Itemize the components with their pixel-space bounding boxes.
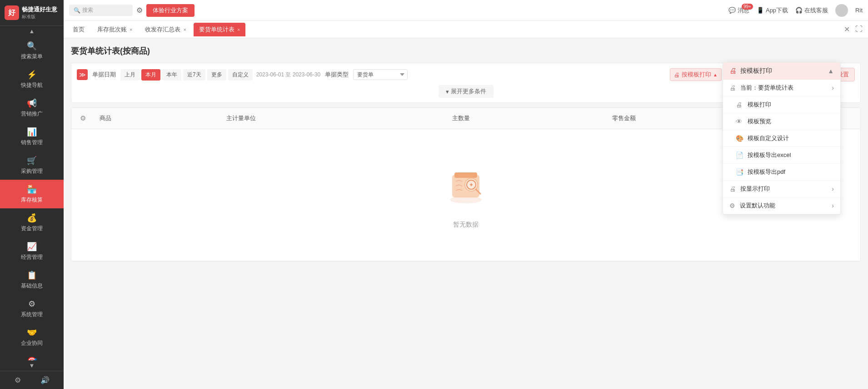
print-chevron: ▲ (713, 72, 718, 77)
display-print-icon: 🖨 (729, 185, 736, 192)
sidebar-item-inventory[interactable]: 🏪 库存核算 (0, 180, 64, 208)
export-pdf-label: 按模板导出pdf (748, 168, 785, 176)
user-avatar[interactable] (835, 4, 848, 17)
system-icon: ⚙ (28, 299, 35, 309)
topbar-gear-icon[interactable]: ⚙ (136, 6, 143, 15)
sidebar-item-new-guide[interactable]: 🎯 新手引导 (0, 352, 64, 360)
tab-label: 库存批次账 (97, 25, 127, 34)
sidebar-item-quick-nav[interactable]: ⚡ 快捷导航 (0, 65, 64, 94)
finance-icon: 💰 (27, 213, 37, 223)
expand-more-label: 展开更多条件 (451, 87, 486, 96)
filter-expand-btn[interactable]: ≫ (77, 69, 88, 80)
dropdown-display-print[interactable]: 🖨 按显示打印 › (723, 181, 840, 197)
expand-down-icon: ▾ (446, 88, 449, 95)
set-default-label: 设置默认功能 (740, 202, 775, 210)
sidebar-item-label: 采购管理 (21, 167, 43, 175)
tab-bar: 首页 库存批次账 × 收发存汇总表 × 要货单统计表 × ✕ ⛶ (64, 21, 868, 38)
app-download-label: App下载 (766, 6, 788, 15)
current-template-icon: 🖨 (729, 84, 736, 91)
sales-icon: 📊 (27, 127, 37, 137)
set-default-chevron: › (832, 202, 834, 209)
app-download-icon: 📱 (757, 7, 764, 14)
dropdown-header[interactable]: 🖨 按模板打印 ▲ (723, 62, 840, 80)
tab-order-stats[interactable]: 要货单统计表 × (194, 23, 245, 36)
dropdown-template-preview[interactable]: 👁 模板预览 (723, 113, 840, 130)
date-year-btn[interactable]: 本年 (162, 69, 181, 81)
online-service-icon: 🎧 (795, 7, 803, 14)
message-btn[interactable]: 💬 消息 99+ (728, 6, 749, 15)
tab-home[interactable]: 首页 (67, 23, 90, 36)
dropdown-close-chevron[interactable]: ▲ (828, 67, 834, 75)
tab-close-window-btn[interactable]: ✕ (842, 24, 852, 35)
sidebar-item-cooperation[interactable]: 🤝 企业协同 (0, 323, 64, 352)
sidebar-item-system[interactable]: ⚙ 系统管理 (0, 294, 64, 323)
search-placeholder: 搜索 (82, 6, 93, 14)
app-edition: 标准版 (22, 14, 57, 20)
dropdown-template-design[interactable]: 🎨 模板自定义设计 (723, 130, 840, 147)
sidebar-scroll-up[interactable]: ▲ (0, 26, 64, 36)
expand-more-btn[interactable]: ▾ 展开更多条件 (439, 85, 494, 98)
date-7days-btn[interactable]: 近7天 (183, 69, 205, 81)
dropdown-export-pdf[interactable]: 📑 按模板导出pdf (723, 164, 840, 181)
template-design-icon: 🎨 (736, 135, 743, 142)
sidebar-item-finance[interactable]: 💰 资金管理 (0, 208, 64, 237)
online-service-btn[interactable]: 🎧 在线客服 (795, 6, 828, 15)
sidebar-item-label: 销售管理 (21, 139, 43, 147)
order-type-select[interactable]: 要货单 (353, 69, 408, 80)
message-badge: 99+ (742, 4, 753, 10)
app-logo: 好 畅捷通好生意 标准版 (0, 0, 64, 26)
trial-btn[interactable]: 体验行业方案 (146, 4, 195, 17)
dropdown-current-template[interactable]: 🖨 当前：要货单统计表 › (723, 80, 840, 96)
sidebar-item-sales[interactable]: 📊 销售管理 (0, 122, 64, 151)
page-title: 要货单统计表(按商品) (71, 45, 861, 56)
tab-close-icon[interactable]: × (183, 27, 186, 32)
date-current-month-btn[interactable]: 本月 (141, 69, 160, 81)
dropdown-template-print[interactable]: 🖨 模板打印 (723, 96, 840, 113)
sidebar-item-search[interactable]: 🔍 搜索菜单 (0, 36, 64, 65)
export-excel-label: 按模板导出excel (748, 151, 791, 159)
sidebar-nav: 🔍 搜索菜单 ⚡ 快捷导航 📢 营销推广 📊 销售管理 🛒 采购管理 🏪 库存核… (0, 36, 64, 360)
sidebar-item-basic-info[interactable]: 📋 基础信息 (0, 266, 64, 294)
sidebar-item-label: 系统管理 (21, 311, 43, 318)
print-template-btn[interactable]: 🖨 按模板打印 ▲ (670, 68, 722, 81)
empty-text: 暂无数据 (453, 221, 479, 229)
date-range-display: 2023-06-01 至 2023-06-30 (256, 71, 320, 79)
template-preview-icon: 👁 (736, 118, 743, 125)
app-download-btn[interactable]: 📱 App下载 (757, 6, 788, 15)
new-guide-icon: 🎯 (27, 356, 37, 360)
dropdown-export-excel[interactable]: 📄 按模板导出excel (723, 147, 840, 164)
current-template-chevron: › (832, 84, 834, 91)
sidebar-footer: ⚙ 🔊 (0, 371, 64, 389)
speaker-footer-icon[interactable]: 🔊 (40, 376, 50, 384)
tab-receipt-summary[interactable]: 收发存汇总表 × (140, 23, 191, 36)
dropdown-title: 按模板打印 (740, 67, 772, 75)
topbar-right: 💬 消息 99+ 📱 App下载 🎧 在线客服 Rit (728, 4, 863, 17)
sidebar-item-operations[interactable]: 📈 经营管理 (0, 237, 64, 266)
table-settings-icon[interactable]: ⚙ (77, 112, 89, 124)
dropdown-set-default[interactable]: ⚙ 设置默认功能 › (723, 197, 840, 214)
message-icon: 💬 (728, 7, 736, 14)
tab-home-label: 首页 (73, 25, 85, 34)
operations-icon: 📈 (27, 242, 37, 252)
order-type-label: 单据类型 (325, 71, 349, 79)
sidebar-item-label: 基础信息 (21, 282, 43, 290)
tab-inventory-batch[interactable]: 库存批次账 × (92, 23, 138, 36)
tab-close-icon[interactable]: × (130, 27, 132, 32)
tab-close-icon[interactable]: × (237, 27, 240, 32)
display-print-chevron: › (832, 185, 834, 192)
tab-expand-btn[interactable]: ⛶ (853, 24, 864, 35)
col-product: 商品 (94, 108, 221, 129)
date-prev-month-btn[interactable]: 上月 (120, 69, 140, 81)
sidebar-item-purchase[interactable]: 🛒 采购管理 (0, 151, 64, 180)
sidebar-scroll-down[interactable]: ▼ (0, 360, 64, 371)
date-custom-btn[interactable]: 自定义 (228, 69, 253, 81)
sidebar-item-label: 资金管理 (21, 225, 43, 232)
quick-nav-icon: ⚡ (27, 70, 37, 80)
search-box[interactable]: 🔍 搜索 (69, 5, 133, 16)
search-nav-icon: 🔍 (27, 41, 37, 51)
settings-footer-icon[interactable]: ⚙ (15, 376, 21, 384)
template-preview-label: 模板预览 (748, 117, 771, 126)
logo-icon: 好 (5, 5, 19, 20)
sidebar-item-marketing[interactable]: 📢 营销推广 (0, 94, 64, 122)
date-more-btn[interactable]: 更多 (207, 69, 226, 81)
